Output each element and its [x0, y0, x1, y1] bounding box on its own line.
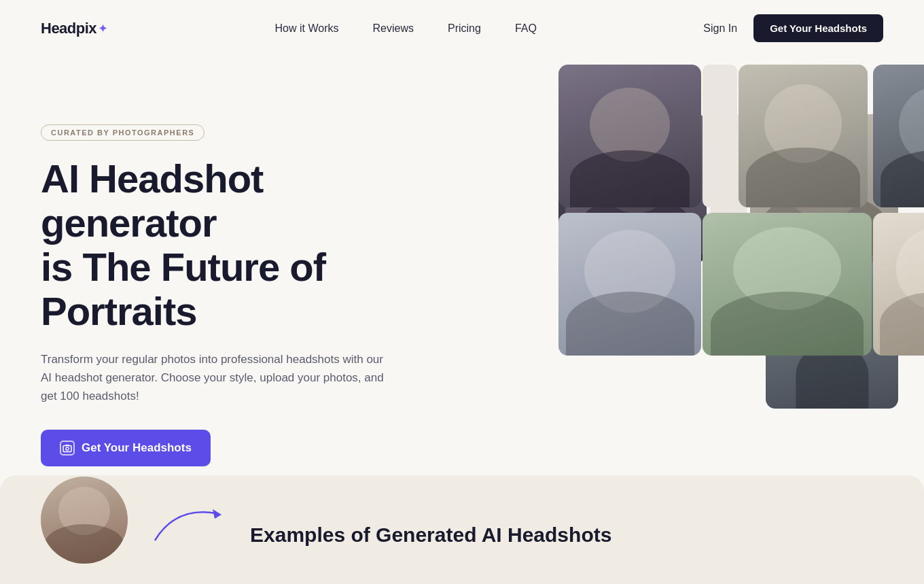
nav-cta-button[interactable]: Get Your Headshots	[753, 14, 883, 42]
grid-man3	[873, 65, 924, 207]
curated-badge: CURATED BY PHOTOGRAPHERS	[41, 124, 205, 141]
svg-marker-13	[213, 509, 221, 519]
grid-man2	[739, 65, 868, 207]
arrow-area	[148, 500, 230, 550]
hero-title-line2: is The Future of Portraits	[41, 245, 325, 333]
hero-grid-overlay	[558, 65, 898, 439]
hero-subtitle: Transform your regular photos into profe…	[41, 350, 394, 406]
nav-right: Sign In Get Your Headshots	[703, 14, 883, 42]
camera-icon	[60, 441, 75, 456]
grid-woman3	[873, 213, 924, 356]
bottom-section: Examples of Generated AI Headshots	[0, 475, 924, 584]
nav-how-it-works[interactable]: How it Works	[275, 22, 339, 34]
grid-woman1	[558, 213, 701, 356]
svg-rect-2	[66, 445, 69, 446]
grid-woman2	[703, 213, 872, 356]
logo-text: Headpix	[41, 20, 96, 37]
svg-rect-0	[63, 446, 71, 452]
grid-man1	[558, 65, 701, 207]
grid-row-gap	[558, 207, 924, 213]
sign-in-button[interactable]: Sign In	[703, 22, 737, 35]
logo-star: ✦	[98, 21, 108, 36]
nav-pricing[interactable]: Pricing	[448, 22, 481, 34]
hero-title: AI Headshot generator is The Future of P…	[41, 157, 448, 334]
grid-gap-col4	[868, 65, 873, 207]
hero-title-line1: AI Headshot generator	[41, 156, 263, 245]
nav-faq[interactable]: FAQ	[515, 22, 537, 34]
navbar: Headpix✦ How it Works Reviews Pricing FA…	[0, 0, 924, 56]
nav-reviews[interactable]: Reviews	[373, 22, 414, 34]
bottom-section-title: Examples of Generated AI Headshots	[250, 523, 611, 547]
hero-cta-button[interactable]: Get Your Headshots	[41, 430, 211, 466]
nav-links: How it Works Reviews Pricing FAQ	[275, 22, 537, 35]
hero-cta-label: Get Your Headshots	[82, 441, 192, 455]
bottom-avatar	[41, 477, 128, 564]
grid-gap-col2	[703, 65, 737, 207]
logo-link[interactable]: Headpix✦	[41, 20, 108, 37]
svg-point-1	[66, 447, 69, 450]
